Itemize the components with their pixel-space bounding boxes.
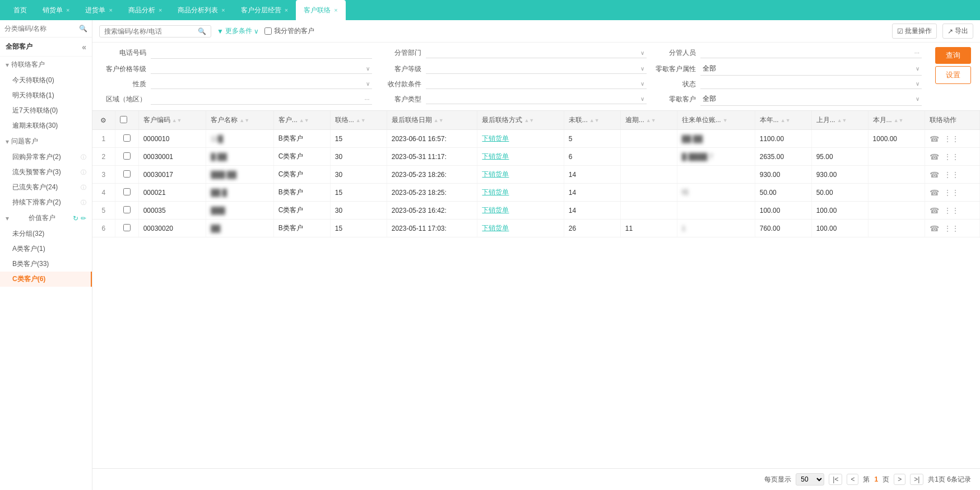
col-checkbox[interactable] [115,111,138,130]
set-button[interactable]: 设置 [935,66,971,84]
row-checkbox[interactable] [123,188,131,195]
nav-product-analysis[interactable]: 商品分析 × [120,0,170,20]
retail-attr-select[interactable]: 全部 ∨ [700,62,922,76]
row-checkbox[interactable] [123,224,131,231]
select-all-checkbox[interactable] [120,116,127,123]
customer-level-select[interactable]: ∨ [426,64,647,74]
nature-select[interactable]: ∨ [151,79,372,89]
more-action-icon[interactable]: ⋮⋮ [944,224,959,233]
retail-customer-select[interactable]: 全部 ∨ [700,92,922,106]
phone-input[interactable] [151,47,372,59]
export-btn[interactable]: ↗ 导出 [942,24,973,39]
col-settings[interactable]: ⚙ [92,111,115,130]
row-checkbox[interactable] [123,152,131,160]
row-checkbox-cell[interactable] [115,130,138,148]
col-last-month[interactable]: 上月... ▲▼ [811,111,868,130]
more-icon[interactable]: ··· [914,49,919,56]
region-select[interactable]: ··· [151,94,372,105]
more-action-icon[interactable]: ⋮⋮ [944,134,959,143]
col-name[interactable]: 客户名称 ▲▼ [206,111,274,130]
sidebar-item-class-b[interactable]: B类客户(33) [0,256,92,272]
sidebar-item-tomorrow-contact[interactable]: 明天待联络(1) [0,88,92,103]
close-icon[interactable]: × [66,0,69,20]
payment-select[interactable]: ∨ [426,79,647,89]
contact-icon[interactable]: ☎ [930,170,939,179]
nav-customer-contact[interactable]: 客户联络 × [296,0,345,20]
price-level-select[interactable]: ∨ [151,64,372,74]
sidebar-item-class-a[interactable]: A类客户(1) [0,241,92,256]
sidebar-search-input[interactable] [4,25,79,32]
my-customers-checkbox[interactable] [264,27,272,35]
more-action-icon[interactable]: ⋮⋮ [944,206,959,215]
last-contact-method[interactable]: 下销货单 [477,148,564,166]
nav-product-analysis-list[interactable]: 商品分析列表 × [170,0,233,20]
refresh-icon[interactable]: ↻ [73,214,78,222]
col-current-year[interactable]: 本年... ▲▼ [755,111,811,130]
col-type[interactable]: 客户... ▲▼ [273,111,330,130]
close-icon[interactable]: × [221,0,225,20]
col-historical[interactable]: 往来单位账... ▼ [677,111,755,130]
batch-action-btn[interactable]: ☑ 批量操作 [892,24,937,39]
close-icon[interactable]: × [159,0,162,20]
contact-icon[interactable]: ☎ [930,206,939,215]
group-pending-contact[interactable]: 待联络客户 [0,57,92,73]
search-icon[interactable]: 🔍 [79,25,87,32]
more-action-icon[interactable]: ⋮⋮ [944,152,959,161]
close-icon[interactable]: × [334,0,337,20]
nav-sales-order[interactable]: 销货单 × [35,0,77,20]
nav-customer-segmentation[interactable]: 客户分层经营 × [233,0,296,20]
sidebar-item-class-c[interactable]: C类客户(6) [0,272,92,287]
more-conditions-btn[interactable]: ▼ 更多条件 ∨ [217,26,259,36]
contact-icon[interactable]: ☎ [930,188,939,197]
more-action-icon[interactable]: ⋮⋮ [944,170,959,179]
last-contact-method[interactable]: 下销货单 [477,202,564,220]
contact-icon[interactable]: ☎ [930,134,939,143]
customer-type-select[interactable]: ∨ [426,94,647,104]
col-contact[interactable]: 联络... ▲▼ [330,111,387,130]
search-icon-btn[interactable]: 🔍 [198,27,206,35]
next-page-btn[interactable]: > [894,474,905,485]
last-contact-method[interactable]: 下销货单 [477,220,564,237]
sidebar-item-ungrouped[interactable]: 未分组(32) [0,226,92,241]
sidebar-item-declining[interactable]: 持续下滑客户(2) ⓘ [0,195,92,210]
row-checkbox-cell[interactable] [115,220,138,237]
group-value-customers[interactable]: 价值客户 ↻ ✏ [0,210,92,226]
close-icon[interactable]: × [285,0,288,20]
contact-icon[interactable]: ☎ [930,224,939,233]
status-select[interactable]: ∨ [700,79,922,89]
col-last-contact-date[interactable]: 最后联络日期 ▲▼ [387,111,477,130]
last-contact-method[interactable]: 下销货单 [477,130,564,148]
sidebar-item-churn-warning[interactable]: 流失预警客户(3) ⓘ [0,165,92,180]
col-code[interactable]: 客户编码 ▲▼ [138,111,206,130]
last-contact-method[interactable]: 下销货单 [477,184,564,202]
dept-select[interactable]: ∨ [426,48,647,58]
sidebar-item-overdue-contact[interactable]: 逾期未联络(30) [0,118,92,133]
settings-icon[interactable]: ⚙ [100,116,106,124]
row-checkbox[interactable] [123,170,131,178]
row-checkbox-cell[interactable] [115,148,138,166]
page-size-select[interactable]: 50 100 [796,473,824,486]
query-button[interactable]: 查询 [935,47,971,64]
col-uncontacted[interactable]: 未联... ▲▼ [564,111,620,130]
edit-icon[interactable]: ✏ [81,214,86,222]
sidebar-item-week-contact[interactable]: 近7天待联络(0) [0,103,92,118]
row-checkbox-cell[interactable] [115,202,138,220]
nav-purchase-order[interactable]: 进货单 × [77,0,120,20]
my-customers-wrap[interactable]: 我分管的客户 [264,26,314,36]
group-problem-customers[interactable]: 问题客户 [0,133,92,150]
sidebar-item-churned[interactable]: 已流失客户(24) ⓘ [0,180,92,195]
prev-page-btn[interactable]: < [847,474,858,485]
row-checkbox-cell[interactable] [115,166,138,184]
person-select[interactable]: ··· [700,48,922,58]
col-last-contact-method[interactable]: 最后联络方式 ▲▼ [477,111,564,130]
row-checkbox[interactable] [123,206,131,213]
close-icon[interactable]: × [109,0,112,20]
nav-home[interactable]: 首页 [6,0,35,20]
sidebar-item-repurchase-anomaly[interactable]: 回购异常客户(2) ⓘ [0,150,92,165]
all-customers-section[interactable]: 全部客户 « [0,38,92,57]
search-input[interactable] [104,27,198,35]
col-overdue[interactable]: 逾期... ▲▼ [620,111,677,130]
more-action-icon[interactable]: ⋮⋮ [944,188,959,197]
last-contact-method[interactable]: 下销货单 [477,166,564,184]
more-icon[interactable]: ··· [365,96,370,102]
